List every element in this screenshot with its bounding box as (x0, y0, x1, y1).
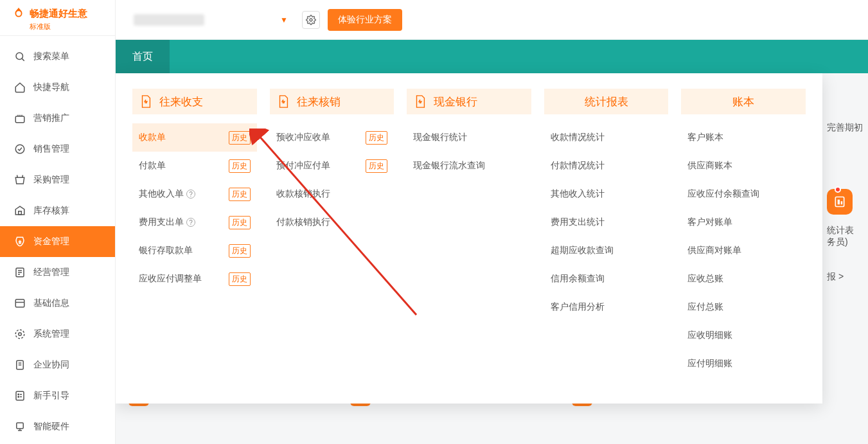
mega-item[interactable]: 预付冲应付单历史 (270, 152, 394, 180)
sidebar-item-label: 库存核算 (33, 205, 69, 217)
hardware-icon (14, 421, 26, 432)
funds-mega-menu: 往来收支收款单历史付款单历史其他收入单?历史费用支出单?历史银行存取款单历史应收… (116, 73, 822, 404)
sidebar-item-label: 智能硬件 (33, 421, 69, 432)
mega-item-label: 信用余额查询 (551, 273, 605, 285)
mega-item-label: 供应商账本 (687, 160, 732, 172)
sidebar-item-collab[interactable]: 企业协同 (0, 350, 115, 380)
history-tag[interactable]: 历史 (229, 244, 251, 258)
right-panel-link-report[interactable]: 报 > (827, 271, 844, 283)
basicinfo-icon (14, 297, 26, 309)
sidebar-item-basicinfo[interactable]: 基础信息 (0, 288, 115, 319)
history-tag[interactable]: 历史 (229, 159, 251, 173)
sidebar-item-label: 经营管理 (33, 267, 69, 278)
mega-item[interactable]: 应收应付调整单历史 (132, 265, 257, 293)
mega-item-label: 其他收入单? (139, 188, 195, 200)
sidebar-item-marketing[interactable]: 营销推广 (0, 103, 115, 134)
inventory-icon (14, 205, 26, 217)
sidebar-item-ops[interactable]: 经营管理 (0, 257, 115, 288)
mega-item-label: 收款情况统计 (551, 132, 605, 143)
mega-item[interactable]: 客户信用分析 (544, 293, 669, 321)
mega-item[interactable]: 收款情况统计 (544, 123, 669, 152)
help-icon: ? (186, 190, 195, 199)
funds-icon (14, 236, 26, 247)
mega-item-label: 费用支出统计 (551, 217, 605, 228)
tab-home[interactable]: 首页 (116, 40, 170, 73)
mega-item[interactable]: 费用支出统计 (544, 208, 669, 236)
svg-rect-9 (15, 299, 24, 307)
sidebar-item-hardware[interactable]: 智能硬件 (0, 411, 115, 442)
mega-item-label: 现金银行统计 (413, 132, 467, 143)
mega-item[interactable]: 应收明细账 (681, 321, 806, 350)
mega-item[interactable]: 超期应收款查询 (544, 236, 669, 265)
mega-item[interactable]: 收款单历史 (132, 123, 257, 152)
mega-item-label: 应付明细账 (687, 358, 732, 369)
sidebar-item-label: 营销推广 (33, 112, 69, 124)
mega-column-header: 往来收支 (132, 89, 257, 114)
mega-item[interactable]: 预收冲应收单历史 (270, 123, 394, 152)
sidebar-item-guide[interactable]: 新手引导 (0, 380, 115, 411)
notification-dot-icon (835, 186, 841, 193)
industry-plan-button[interactable]: 体验行业方案 (328, 9, 402, 31)
mega-item[interactable]: 应收总账 (681, 265, 806, 293)
mega-item[interactable]: 其他收入单?历史 (132, 180, 257, 208)
sidebar-item-label: 采购管理 (33, 174, 69, 186)
right-panel-text: 完善期初 (827, 122, 863, 132)
mega-item[interactable]: 应付明细账 (681, 350, 806, 378)
mega-item[interactable]: 客户对账单 (681, 208, 806, 236)
right-panel-quick-icon[interactable] (827, 189, 853, 215)
history-tag[interactable]: 历史 (229, 216, 251, 229)
history-tag[interactable]: 历史 (229, 188, 251, 201)
sidebar-item-funds[interactable]: 资金管理 (0, 226, 115, 257)
mega-column-title: 往来收支 (159, 94, 203, 109)
sidebar-item-inventory[interactable]: 库存核算 (0, 195, 115, 226)
history-tag[interactable]: 历史 (366, 131, 387, 145)
sidebar-item-label: 搜索菜单 (33, 51, 69, 62)
sidebar-item-sales[interactable]: 销售管理 (0, 134, 115, 164)
sidebar-item-system[interactable]: 系统管理 (0, 319, 115, 350)
mega-item[interactable]: 付款情况统计 (544, 152, 669, 180)
mega-item[interactable]: 费用支出单?历史 (132, 208, 257, 236)
right-side-panel: 完善期初 统计表 务员) 报 > (823, 116, 868, 283)
mega-column-header: 账本 (681, 89, 806, 114)
mega-column-title: 往来核销 (297, 94, 341, 109)
sidebar-item-purchase[interactable]: 采购管理 (0, 164, 115, 195)
history-tag[interactable]: 历史 (366, 159, 387, 173)
mega-item-label: 客户信用分析 (551, 301, 605, 313)
mega-item[interactable]: 客户账本 (681, 123, 806, 152)
mega-item[interactable]: 现金银行统计 (407, 123, 531, 152)
mega-item[interactable]: 供应商对账单 (681, 236, 806, 265)
settings-button[interactable] (302, 11, 320, 29)
svg-line-1 (22, 58, 24, 60)
sidebar-item-quicknav[interactable]: 快捷导航 (0, 72, 115, 103)
right-panel-link-complete-opening[interactable]: 完善期初 (827, 122, 863, 134)
mega-item[interactable]: 应收应付余额查询 (681, 180, 806, 208)
mega-item-label: 应收总账 (687, 273, 723, 285)
mega-item[interactable]: 收款核销执行 (270, 180, 394, 208)
right-panel-link-stat-table[interactable]: 统计表 务员) (827, 225, 854, 248)
mega-item[interactable]: 付款单历史 (132, 152, 257, 180)
mega-item-label: 客户账本 (687, 132, 723, 143)
mega-item[interactable]: 现金银行流水查询 (407, 152, 531, 180)
org-selector[interactable]: ▼ (127, 9, 294, 31)
mega-item[interactable]: 银行存取款单历史 (132, 236, 257, 265)
svg-point-12 (19, 333, 22, 336)
report-icon (833, 195, 846, 208)
mega-item-label: 应收应付余额查询 (687, 188, 759, 200)
svg-point-17 (18, 394, 19, 395)
guide-icon (14, 390, 26, 402)
history-tag[interactable]: 历史 (229, 131, 251, 145)
mega-item-label: 收款核销执行 (276, 188, 330, 200)
mega-item[interactable]: 信用余额查询 (544, 265, 669, 293)
svg-point-19 (18, 396, 19, 398)
sidebar: 畅捷通好生意 标准版 搜索菜单快捷导航营销推广销售管理采购管理库存核算资金管理经… (0, 0, 116, 444)
mega-column-4: 账本客户账本供应商账本应收应付余额查询客户对账单供应商对账单应收总账应付总账应收… (675, 89, 812, 378)
history-tag[interactable]: 历史 (229, 272, 251, 286)
mega-item[interactable]: 付款核销执行 (270, 208, 394, 236)
mega-item[interactable]: 应付总账 (681, 293, 806, 321)
sidebar-item-search[interactable]: 搜索菜单 (0, 41, 115, 72)
mega-item[interactable]: 供应商账本 (681, 152, 806, 180)
mega-column-1: 往来核销预收冲应收单历史预付冲应付单历史收款核销执行付款核销执行 (263, 89, 401, 378)
sidebar-item-label: 快捷导航 (33, 82, 69, 93)
mega-item-label: 费用支出单? (139, 217, 195, 228)
mega-item[interactable]: 其他收入统计 (544, 180, 669, 208)
